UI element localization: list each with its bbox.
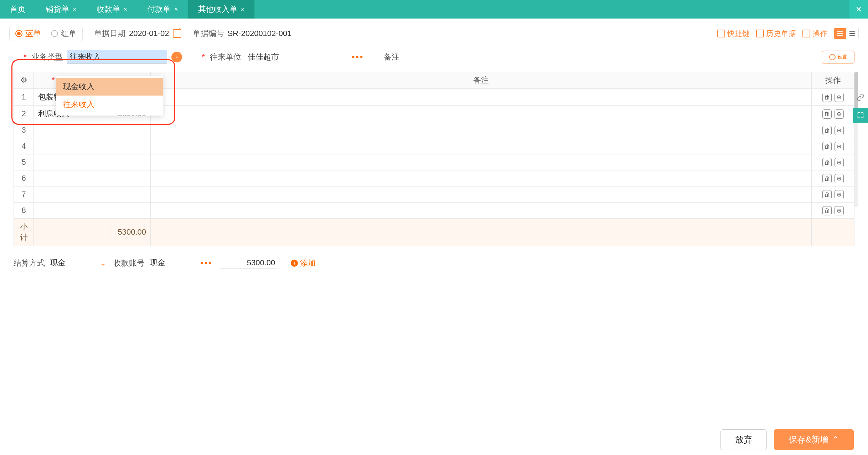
cell-category[interactable]: [34, 186, 105, 203]
radio-icon: [15, 30, 22, 37]
remark-field: 备注: [384, 51, 506, 63]
grid-view-button[interactable]: [846, 28, 858, 39]
operations-link[interactable]: 操作: [802, 29, 827, 39]
th-remark: 备注: [151, 72, 812, 89]
cell-amount[interactable]: [105, 186, 151, 203]
add-row-icon[interactable]: ⊕: [835, 93, 844, 102]
biz-type-dropdown: 现金收入 往来收入: [56, 76, 163, 116]
history-link[interactable]: 历史单据: [756, 29, 796, 39]
cell-category[interactable]: [34, 122, 105, 138]
delete-icon[interactable]: 🗑: [822, 93, 832, 102]
cell-remark[interactable]: [151, 154, 812, 170]
bill-type-radio-group: 蓝单 红单: [9, 26, 83, 41]
cell-remark[interactable]: [151, 170, 812, 186]
add-row-icon[interactable]: ⊕: [835, 142, 844, 151]
delete-icon[interactable]: 🗑: [822, 190, 832, 199]
row-index: 8: [14, 203, 34, 219]
tab-home[interactable]: 首页: [0, 0, 36, 19]
delete-icon[interactable]: 🗑: [822, 174, 832, 183]
gear-icon[interactable]: ⚙: [20, 76, 28, 85]
payment-amount-value[interactable]: 5300.00: [219, 257, 277, 269]
tab-other-income[interactable]: 其他收入单×: [188, 0, 255, 19]
settle-method-field: 结算方式 现金 ⌄: [14, 257, 106, 269]
cell-category[interactable]: [34, 170, 105, 186]
settings-button[interactable]: 设置: [822, 51, 854, 63]
table-row: 5🗑⊕: [14, 154, 854, 170]
cell-amount[interactable]: [105, 170, 151, 186]
cell-category[interactable]: [34, 154, 105, 170]
account-field: 收款账号 现金 •••: [113, 257, 212, 269]
form-row: * 业务类型 往来收入 * 往来单位 佳佳超市 ••• 备注 设置: [4, 46, 864, 67]
cell-amount[interactable]: [105, 138, 151, 154]
tab-receipt[interactable]: 收款单×: [87, 0, 138, 19]
cell-ops: 🗑⊕: [812, 89, 854, 106]
close-icon[interactable]: ×: [174, 6, 178, 13]
add-row-icon[interactable]: ⊕: [835, 174, 844, 183]
delete-icon[interactable]: 🗑: [822, 126, 832, 135]
add-row-icon[interactable]: ⊕: [835, 206, 844, 215]
expand-icon[interactable]: [853, 108, 868, 123]
cell-remark[interactable]: [151, 106, 812, 122]
keyboard-icon: [717, 30, 725, 37]
partner-input[interactable]: 佳佳超市: [246, 50, 345, 64]
add-row-icon[interactable]: ⊕: [835, 126, 844, 135]
cell-amount[interactable]: [105, 122, 151, 138]
radio-icon: [51, 30, 58, 37]
bill-date-label: 单据日期: [94, 28, 125, 39]
more-icon[interactable]: •••: [352, 52, 364, 62]
add-row-icon[interactable]: ⊕: [835, 190, 844, 199]
cell-amount[interactable]: [105, 154, 151, 170]
payment-amount-field: 5300.00: [219, 257, 277, 269]
cell-ops: 🗑⊕: [812, 203, 854, 219]
cell-category[interactable]: [34, 203, 105, 219]
table-row: 8🗑⊕: [14, 203, 854, 219]
chevron-down-icon[interactable]: ⌄: [100, 259, 106, 268]
biz-type-label: 业务类型: [32, 52, 63, 62]
row-index: 6: [14, 170, 34, 186]
cell-remark[interactable]: [151, 122, 812, 138]
biz-type-input[interactable]: 往来收入: [67, 50, 167, 64]
list-view-button[interactable]: [834, 28, 846, 39]
close-icon[interactable]: ×: [73, 6, 77, 13]
shortcut-link[interactable]: 快捷键: [717, 29, 750, 39]
subtotal-row: 小计5300.00: [14, 219, 854, 246]
cell-remark[interactable]: [151, 89, 812, 106]
settle-label: 结算方式: [14, 258, 45, 269]
cell-category[interactable]: [34, 138, 105, 154]
close-icon[interactable]: ×: [241, 6, 245, 13]
table-row: 7🗑⊕: [14, 186, 854, 203]
dropdown-item-cash[interactable]: 现金收入: [56, 78, 163, 96]
settle-value[interactable]: 现金: [48, 257, 95, 269]
tab-payment[interactable]: 付款单×: [137, 0, 188, 19]
delete-icon[interactable]: 🗑: [822, 158, 832, 167]
link-icon[interactable]: [853, 90, 868, 105]
close-icon[interactable]: ×: [124, 6, 128, 13]
tab-sales[interactable]: 销货单×: [36, 0, 87, 19]
subtotal-label: 小计: [14, 219, 34, 246]
bill-date-value[interactable]: 2020-01-02: [129, 29, 169, 38]
add-payment-button[interactable]: + 添加: [291, 258, 316, 269]
blue-bill-radio[interactable]: 蓝单: [15, 28, 41, 39]
dropdown-item-receivable[interactable]: 往来收入: [56, 96, 163, 113]
app-close-button[interactable]: ×: [849, 0, 868, 19]
cell-amount[interactable]: [105, 203, 151, 219]
add-row-icon[interactable]: ⊕: [835, 158, 844, 167]
add-row-icon[interactable]: ⊕: [835, 109, 844, 119]
red-bill-radio[interactable]: 红单: [51, 28, 77, 39]
delete-icon[interactable]: 🗑: [822, 142, 832, 151]
more-icon[interactable]: •••: [200, 258, 212, 268]
chevron-up-icon[interactable]: [171, 52, 182, 62]
account-value[interactable]: 现金: [148, 257, 195, 269]
cell-remark[interactable]: [151, 138, 812, 154]
cell-ops: 🗑⊕: [812, 186, 854, 203]
account-label: 收款账号: [113, 258, 145, 269]
remark-input[interactable]: [404, 51, 506, 63]
delete-icon[interactable]: 🗑: [822, 206, 832, 215]
delete-icon[interactable]: 🗑: [822, 109, 832, 119]
cell-remark[interactable]: [151, 203, 812, 219]
tabs-bar: 首页 销货单× 收款单× 付款单× 其他收入单× ×: [0, 0, 868, 19]
calendar-icon[interactable]: [173, 29, 181, 38]
payment-row: 结算方式 现金 ⌄ 收款账号 现金 ••• 5300.00 + 添加: [14, 257, 854, 269]
cell-remark[interactable]: [151, 186, 812, 203]
partner-label: 往来单位: [210, 52, 241, 62]
